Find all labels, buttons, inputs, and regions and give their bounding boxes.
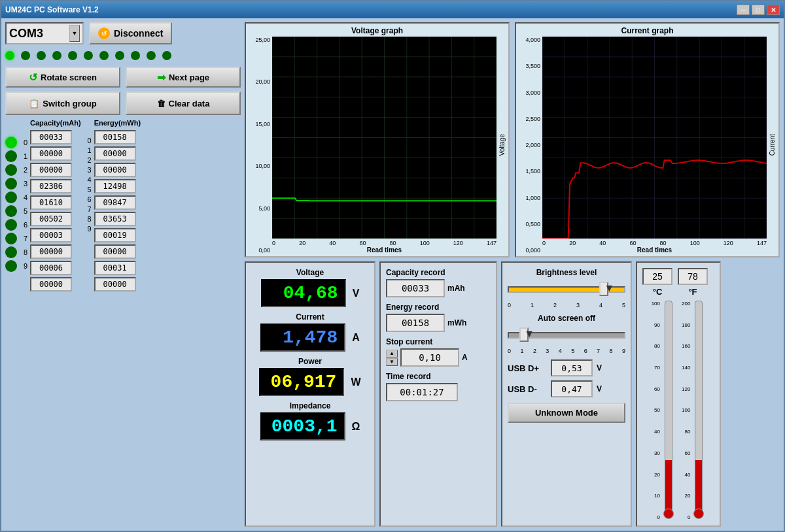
table-row: 5 [84,186,92,193]
capacity-input-7[interactable] [30,244,72,259]
capacity-input-6[interactable] [30,228,72,242]
led-9 [147,51,156,60]
table-row: 5 [5,205,27,217]
energy-input-7[interactable] [94,244,136,259]
current-display: 1,478 [260,324,345,352]
capacity-input-8[interactable] [30,261,72,275]
celsius-tube-container [662,301,675,520]
nav-buttons: ↺ Rotate screen ➡ Next page [5,67,241,88]
energy-input-0[interactable] [94,130,136,144]
fahrenheit-tube [695,301,703,514]
spin-up-button[interactable]: ▲ [386,350,398,357]
time-record-label: Time record [386,372,491,381]
maximize-button[interactable]: □ [752,5,765,15]
current-label: Current [296,312,324,322]
energy-input-9[interactable] [94,277,136,291]
usb-dp-input[interactable] [551,359,593,376]
row-led-9 [5,260,17,272]
table-row: 9 [84,225,92,233]
voltage-display: 04,68 [261,279,346,307]
table-row [30,212,81,226]
capacity-input-5[interactable] [30,212,72,226]
voltage-section: Voltage 04,68 V [251,268,369,307]
com-port-selector[interactable]: COM3 ▼ [5,22,84,44]
data-table: 0 1 2 3 4 [5,119,241,527]
energy-input-2[interactable] [94,163,136,177]
stop-current-input[interactable] [400,348,459,367]
energy-input-5[interactable] [94,212,136,226]
row-led-6 [5,219,17,231]
capacity-record-input[interactable] [386,279,445,297]
time-record-section: Time record [386,372,491,401]
table-row [94,228,141,242]
disconnect-button[interactable]: ↺ Disconnect [89,22,172,44]
brightness-dropdown-arrow[interactable]: ▼ [604,282,615,294]
current-graph-area: 4,000 3,500 3,000 2,500 2,000 1,500 1,00… [519,37,776,254]
com-port-dropdown-arrow[interactable]: ▼ [69,25,80,42]
table-row [30,130,81,144]
brightness-slider-container: ▼ [508,280,625,299]
energy-input-6[interactable] [94,228,136,242]
rotate-screen-button[interactable]: ↺ Rotate screen [5,67,120,88]
clear-data-button[interactable]: 🗑 Clear data [126,91,241,115]
celsius-input[interactable] [642,268,672,285]
current-section: Current 1,478 A [251,312,369,352]
capacity-input-2[interactable] [30,163,72,177]
fahrenheit-input[interactable] [678,268,708,285]
table-row [94,146,141,161]
close-button[interactable]: ✕ [767,5,780,15]
temp-inputs-row: °C °F [642,268,714,297]
energy-input-1[interactable] [94,146,136,161]
stop-current-label: Stop current [386,337,491,346]
capacity-record-unit: mAh [447,284,465,293]
minimize-button[interactable]: ─ [737,5,750,15]
capacity-input-3[interactable] [30,179,72,193]
energy-record-input[interactable] [386,314,445,332]
energy-input-3[interactable] [94,179,136,193]
impedance-measure-row: 0003,1 Ω [260,412,360,441]
table-row: 8 [84,215,92,223]
usb-dm-input[interactable] [551,380,593,397]
current-x-axis: 0 20 40 60 80 100 120 147 [542,239,767,246]
celsius-unit: °C [653,287,663,297]
energy-input-8[interactable] [94,261,136,275]
current-graph-canvas [542,37,767,239]
voltage-y-axis: 25,00 20,00 15,00 10,00 5,00 0,00 [249,37,272,254]
window-title: UM24C PC Software V1.2 [5,5,99,14]
screen-off-section: Auto screen off ▼ 0 1 2 3 4 5 [508,314,625,354]
current-graph-container: Current graph 4,000 3,500 3,000 2,500 2,… [515,22,780,258]
time-record-input[interactable] [386,383,458,401]
measurements-panel: Voltage 04,68 V Current 1,478 A [245,261,375,527]
table-row [94,244,141,259]
unknown-mode-button[interactable]: Unknown Mode [508,403,625,423]
power-label: Power [298,357,322,366]
fahrenheit-input-group: °F [678,268,708,297]
switch-group-button[interactable]: 📋 Switch group [5,91,120,115]
disconnect-icon: ↺ [98,27,110,39]
screen-off-dropdown-arrow[interactable]: ▼ [524,328,534,340]
top-controls: COM3 ▼ ↺ Disconnect [5,22,241,44]
table-row: 4 [84,176,92,184]
main-content: COM3 ▼ ↺ Disconnect [1,18,784,531]
celsius-thermo-scale: 100 90 80 70 60 50 40 30 20 10 [652,301,675,520]
capacity-input-1[interactable] [30,146,72,161]
fahrenheit-unit: °F [688,287,697,297]
led-8 [131,51,140,60]
capacity-input-9[interactable] [30,277,72,291]
next-page-button[interactable]: ➡ Next page [126,67,241,88]
table-row: 7 [84,205,92,213]
usb-dp-label: USB D+ [508,363,547,373]
usb-dp-row: USB D+ V [508,359,625,376]
capacity-input-0[interactable] [30,130,72,144]
energy-input-4[interactable] [94,195,136,210]
current-graph-title: Current graph [621,26,673,35]
brightness-labels: 0 1 2 3 4 5 [508,302,625,308]
voltage-y-label: Voltage [498,134,506,156]
spin-down-button[interactable]: ▼ [386,358,398,366]
title-bar-buttons: ─ □ ✕ [737,5,780,15]
energy-index-col: 0 1 2 3 4 5 6 7 8 9 [84,119,92,527]
row-led-7 [5,233,17,244]
capacity-input-4[interactable] [30,195,72,210]
right-panel: Voltage graph 25,00 20,00 15,00 10,00 5,… [245,22,780,527]
row-led-1 [5,150,17,162]
